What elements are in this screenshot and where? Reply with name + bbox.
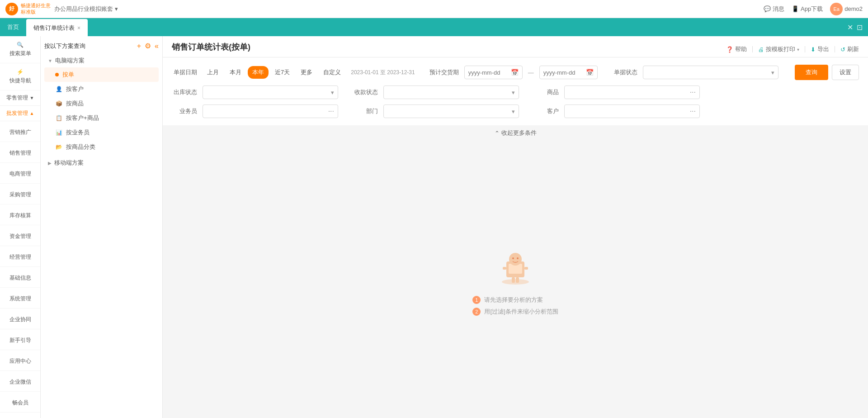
date-btn-prev-month[interactable]: 上月 [203,66,223,79]
svg-point-0 [502,279,529,285]
scheme-settings-button[interactable]: ⚙ [145,42,151,50]
sidebar-item-basic[interactable]: 基础信息 [0,267,40,288]
sidebar-item-system[interactable]: 系统管理 [0,288,40,309]
expand-window-button[interactable]: ⊡ [857,23,863,32]
sidebar-item-marketing[interactable]: 营销推广 [0,121,40,142]
delivery-date-from[interactable]: 📅 [464,66,523,79]
sidebar-item-app-center[interactable]: 应用中心 [0,350,40,371]
shipping-label: 出库状态 [172,88,197,96]
app-selector-label: 办公用品行业模拟账套 [54,5,113,13]
customer-label: 客户 [533,107,559,115]
main-content: 销售订单统计表(按单) ❓ 帮助 🖨 按模板打印 ▾ [163,36,868,418]
sidebar-item-newbie[interactable]: 新手引导 [0,329,40,350]
category-icon: 📂 [55,143,62,151]
refresh-button[interactable]: ↺ 刷新 [840,45,859,53]
top-bar: 好 畅捷通好生意 标准版 办公用品行业模拟账套 ▾ 💬 消息 📱 App下载 E… [0,0,868,18]
collapse-button[interactable]: ⌃ 收起更多条件 [495,129,537,137]
page-header: 销售订单统计表(按单) ❓ 帮助 🖨 按模板打印 ▾ [163,36,868,57]
date-btn-more[interactable]: 更多 [296,66,317,79]
logo-text: 畅捷通好生意 标准版 [21,3,51,14]
payment-select[interactable]: ▾ [383,86,519,99]
sidebar: 🔍 搜索菜单 ⚡ 快捷导航 零售管理 批发管理 营销推广 销售管理 电商管理 采… [0,36,41,418]
scheme-collapse-button[interactable]: « [155,42,159,50]
sidebar-item-membership[interactable]: 畅会员 [0,392,40,413]
tab-active[interactable]: 销售订单统计表 × [26,19,88,37]
scheme-group-mobile-title[interactable]: ▶ 移动端方案 [44,156,159,170]
date-btn-cur-month[interactable]: 本月 [225,66,246,79]
scheme-item-by-cust-goods[interactable]: 📋 按客户+商品 [44,111,159,125]
app-selector[interactable]: 办公用品行业模拟账套 ▾ [54,5,118,13]
divider-2 [805,46,805,52]
status-select[interactable]: ▾ [643,66,778,79]
scheme-add-button[interactable]: + [137,42,141,50]
date-buttons-group: 上月 本月 本年 近7天 更多 自定义 [203,66,345,79]
empty-steps: 1 请先选择要分析的方案 2 用[过滤]条件来缩小分析范围 [472,296,558,316]
salesman-select[interactable]: ··· [203,104,338,118]
filter-row-1: 单据日期 上月 本月 本年 近7天 更多 自定义 2023-01-01 至 20… [172,65,859,80]
quick-nav-icon: ⚡ [4,69,37,75]
calendar-to-icon[interactable]: 📅 [586,69,594,76]
settings-button[interactable]: 设置 [832,65,859,80]
date-label: 单据日期 [172,68,197,76]
step-1-text: 请先选择要分析的方案 [484,296,543,304]
salesman-label: 业务员 [172,107,197,115]
pc-group-arrow: ▼ [48,58,52,63]
svg-point-5 [517,257,519,259]
sidebar-item-search-menu[interactable]: 🔍 搜索菜单 [0,36,40,63]
goods-dots-icon[interactable]: ··· [690,88,696,96]
filter-area: 单据日期 上月 本月 本年 近7天 更多 自定义 2023-01-01 至 20… [163,57,868,125]
close-window-button[interactable]: ✕ [847,23,853,32]
template-print-button[interactable]: 🖨 按模板打印 ▾ [758,45,799,53]
delivery-date-to-input[interactable] [543,69,584,76]
delivery-date-from-input[interactable] [468,69,509,76]
goods-select[interactable]: ··· [564,86,700,99]
step-1-number: 1 [472,296,481,304]
calendar-from-icon[interactable]: 📅 [511,69,519,76]
sidebar-item-inventory[interactable]: 库存核算 [0,204,40,225]
salesman-dots-icon[interactable]: ··· [328,107,334,115]
sidebar-item-purchase[interactable]: 采购管理 [0,184,40,204]
message-button[interactable]: 💬 消息 [764,5,784,13]
scheme-item-by-order[interactable]: 按单 [44,67,159,82]
user-info[interactable]: Ea demo2 [830,3,863,15]
customer-select[interactable]: ··· [564,104,700,118]
collapse-label: 收起更多条件 [501,129,537,137]
tab-close-button[interactable]: × [77,25,80,31]
query-button[interactable]: 查询 [795,65,828,80]
sidebar-item-wholesale[interactable]: 批发管理 [0,106,40,121]
scheme-item-by-category[interactable]: 📂 按商品分类 [44,140,159,154]
content-area: 按以下方案查询 + ⚙ « ▼ 电脑端方案 按单 👤 [41,36,868,418]
delivery-date-to[interactable]: 📅 [539,66,598,79]
scheme-item-by-customer[interactable]: 👤 按客户 [44,82,159,96]
app-download-button[interactable]: 📱 App下载 [792,5,823,13]
shipping-select[interactable]: ▾ [203,86,338,99]
scheme-item-by-salesman[interactable]: 📊 按业务员 [44,125,159,140]
tab-expand-area: ✕ ⊡ [847,23,868,32]
scheme-item-by-goods[interactable]: 📦 按商品 [44,96,159,111]
sidebar-item-finance[interactable]: 资金管理 [0,225,40,246]
date-btn-custom[interactable]: 自定义 [319,66,345,79]
date-btn-7days[interactable]: 近7天 [270,66,294,79]
sidebar-item-operation[interactable]: 经营管理 [0,246,40,267]
sidebar-item-enterprise[interactable]: 企业协同 [0,309,40,329]
sidebar-item-ecommerce[interactable]: 电商管理 [0,163,40,184]
export-button[interactable]: ⬇ 导出 [811,45,829,53]
logo-icon: 好 [5,3,18,15]
active-indicator [55,73,59,76]
scheme-group-pc-title[interactable]: ▼ 电脑端方案 [44,54,159,67]
sidebar-item-retail[interactable]: 零售管理 [0,90,40,106]
sidebar-item-sales[interactable]: 销售管理 [0,142,40,163]
help-button[interactable]: ❓ 帮助 [726,45,747,53]
empty-step-1: 1 请先选择要分析的方案 [472,296,558,304]
customer-dots-icon[interactable]: ··· [690,107,696,115]
sidebar-item-quick-nav[interactable]: ⚡ 快捷导航 [0,63,40,90]
app-selector-arrow: ▾ [115,5,118,12]
tab-home[interactable]: 首页 [0,18,26,36]
tab-bar: 首页 销售订单统计表 × ✕ ⊡ [0,18,868,36]
action-buttons: 查询 设置 [795,65,859,80]
department-select[interactable]: ▾ [383,104,519,118]
sidebar-item-wechat[interactable]: 企业微信 [0,371,40,392]
date-btn-cur-year[interactable]: 本年 [248,66,269,79]
search-menu-icon: 🔍 [4,42,37,48]
print-icon: 🖨 [758,46,764,53]
